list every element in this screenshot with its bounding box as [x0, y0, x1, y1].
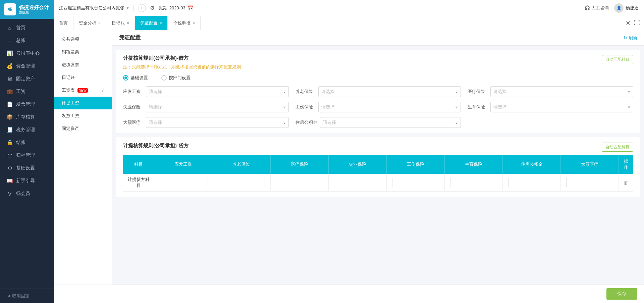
tab-home[interactable]: 首页	[54, 16, 73, 30]
credit-salary-input[interactable]	[160, 178, 207, 187]
sidebar-item-ledger[interactable]: ≡ 总账	[0, 34, 54, 47]
credit-injury-input[interactable]	[392, 178, 439, 187]
debit-form-grid: 应发工资 请选择 ∨ 养老保险 请选择 ∨ 医疗	[123, 86, 633, 128]
col-subject: 科目	[123, 155, 154, 174]
radio-basic-circle	[123, 75, 128, 81]
credit-big-medical-input[interactable]	[566, 178, 613, 187]
tab-tax-close[interactable]: ×	[193, 21, 195, 26]
topbar-right: 🎧 人工咨询 👤 畅捷通	[585, 3, 639, 13]
radio-dept[interactable]: 按部门设置	[161, 75, 191, 81]
debit-radio-group: 基础设置 按部门设置	[123, 75, 633, 81]
form-item-medical: 医疗保险 请选择 ∨	[468, 86, 633, 97]
row-medical-cell	[270, 174, 328, 192]
page-title: 凭证配置	[119, 34, 141, 41]
left-menu-raise-salary[interactable]: 计提工资	[54, 97, 112, 109]
sidebar-item-capital[interactable]: 💰 资金管理	[0, 60, 54, 72]
logo-text: 畅捷通好会计 旗舰版	[19, 4, 49, 14]
medical-label: 医疗保险	[468, 89, 488, 95]
table-row: 计提贷方科目 🗑	[123, 174, 633, 192]
credit-housing-input[interactable]	[508, 178, 555, 187]
injury-select-arrow: ∨	[455, 105, 458, 109]
save-bar: 保存	[54, 285, 644, 303]
sidebar-item-reports[interactable]: 📊 云报表中心	[0, 47, 54, 60]
credit-unemployment-input[interactable]	[334, 178, 381, 187]
housing-select[interactable]: 请选择 ∨	[320, 117, 461, 128]
add-account-button[interactable]: +	[138, 4, 146, 12]
sidebar-item-guide[interactable]: 📖 新手引导	[0, 174, 54, 187]
credit-auto-match-button[interactable]: 自动匹配科目	[602, 143, 633, 152]
unemployment-select[interactable]: 请选择 ∨	[146, 102, 289, 112]
avatar: 👤	[614, 3, 624, 13]
tab-capital[interactable]: 资金分析 ×	[73, 16, 106, 30]
col-injury: 工伤保险	[386, 155, 444, 174]
salary-select[interactable]: 请选择 ∨	[146, 86, 289, 97]
sidebar-item-salary[interactable]: 💼 工资	[0, 85, 54, 98]
period-selector[interactable]: 账期 2023-03 📅	[159, 5, 193, 11]
radio-basic[interactable]: 基础设置	[123, 75, 148, 81]
invoice-icon: 📄	[7, 101, 13, 107]
assets-icon: 🏛	[7, 76, 13, 82]
form-item-pension: 养老保险 请选择 ∨	[296, 86, 461, 97]
settings-icon: ⚙	[7, 165, 13, 171]
form-item-injury: 工伤保险 请选择 ∨	[296, 102, 461, 112]
sidebar-nav: ⌂ 首页 ≡ 总账 📊 云报表中心 💰 资金管理 🏛 固定资产 💼 工资 📄 发…	[0, 19, 54, 289]
col-housing: 住房公积金	[503, 155, 561, 174]
col-big-medical: 大额医疗	[561, 155, 619, 174]
injury-label: 工伤保险	[296, 104, 316, 110]
company-arrow-icon: ▼	[126, 6, 129, 10]
tab-voucher-close[interactable]: ×	[160, 21, 162, 26]
form-item-big-medical: 大额医疗 请选择 ∨	[123, 117, 289, 128]
tab-voucher[interactable]: 凭证配置 ×	[135, 16, 168, 30]
guide-icon: 📖	[7, 178, 13, 184]
row-big-medical-cell	[561, 174, 619, 192]
left-menu-public[interactable]: 公共选项	[54, 33, 112, 46]
left-menu-journal[interactable]: 日记账	[54, 71, 112, 84]
tab-capital-close[interactable]: ×	[98, 21, 101, 26]
user-menu[interactable]: 👤 畅捷通	[614, 3, 639, 13]
credit-section-title: 计提核算规则(公司承担)-贷方	[123, 143, 189, 149]
tab-tax[interactable]: 个税申报 ×	[168, 16, 201, 30]
sidebar-item-vip[interactable]: V 畅会员	[0, 187, 54, 200]
row-salary-cell	[154, 174, 212, 192]
cancel-fixed-btn[interactable]: ◄ 取消固定	[0, 289, 54, 303]
row-maternity-cell	[444, 174, 502, 192]
form-item-maternity: 生育保险 请选择 ∨	[468, 102, 633, 112]
left-menu-salary-table[interactable]: 工资表 NEW ∨	[54, 84, 112, 97]
debit-auto-match-button[interactable]: 自动匹配科目	[602, 55, 633, 64]
left-menu-pay-salary[interactable]: 发放工资	[54, 109, 112, 122]
tabs-right-controls: ✕ ⛶	[626, 19, 644, 27]
tab-journal-close[interactable]: ×	[127, 21, 129, 26]
service-button[interactable]: 🎧 人工咨询	[585, 5, 609, 11]
big-medical-select[interactable]: 请选择 ∨	[146, 117, 289, 128]
credit-table-header: 科目 应发工资 养老保险 医疗保险 失业保险 工伤保险 生育保险 住房公积金 大…	[123, 155, 633, 174]
sidebar-item-assets[interactable]: 🏛 固定资产	[0, 72, 54, 85]
sidebar-item-settings[interactable]: ⚙ 基础设置	[0, 162, 54, 174]
tab-close-window-btn[interactable]: ✕	[626, 19, 631, 27]
tab-journal[interactable]: 日记账 ×	[106, 16, 135, 30]
sidebar-item-archive[interactable]: 🗃 归档管理	[0, 149, 54, 162]
injury-select[interactable]: 请选择 ∨	[318, 102, 461, 112]
left-menu-sales[interactable]: 销项发票	[54, 46, 112, 58]
credit-maternity-input[interactable]	[450, 178, 497, 187]
company-selector[interactable]: 江西服宝精品有限责任公司内账张 ▼	[59, 5, 129, 11]
tab-maximize-btn[interactable]: ⛶	[634, 19, 640, 27]
credit-pension-input[interactable]	[218, 178, 265, 187]
refresh-button[interactable]: ↻ 刷新	[624, 35, 637, 41]
topbar: 江西服宝精品有限责任公司内账张 ▼ + ⚙ 账期 2023-03 📅 🎧 人工咨…	[54, 0, 644, 16]
left-menu-purchase[interactable]: 进项发票	[54, 58, 112, 71]
sidebar-item-home[interactable]: ⌂ 首页	[0, 21, 54, 34]
sidebar-item-close[interactable]: 🔒 结账	[0, 136, 54, 149]
left-menu-fixed-assets[interactable]: 固定资产	[54, 122, 112, 135]
maternity-select[interactable]: 请选择 ∨	[490, 102, 633, 112]
sidebar-item-tax[interactable]: 🧾 税务管理	[0, 123, 54, 136]
sidebar-item-invoice[interactable]: 📄 发票管理	[0, 98, 54, 111]
credit-medical-input[interactable]	[276, 178, 323, 187]
save-button[interactable]: 保存	[606, 288, 637, 300]
pension-select[interactable]: 请选择 ∨	[318, 86, 461, 97]
delete-row-button[interactable]: 🗑	[624, 180, 629, 186]
col-unemployment: 失业保险	[328, 155, 386, 174]
left-menu: 公共选项 销项发票 进项发票 日记账 工资表 NEW ∨ 计提工资	[54, 30, 112, 303]
medical-select[interactable]: 请选择 ∨	[490, 86, 633, 97]
settings-button[interactable]: ⚙	[150, 5, 155, 11]
sidebar-item-inventory[interactable]: 📦 库存核算	[0, 111, 54, 123]
